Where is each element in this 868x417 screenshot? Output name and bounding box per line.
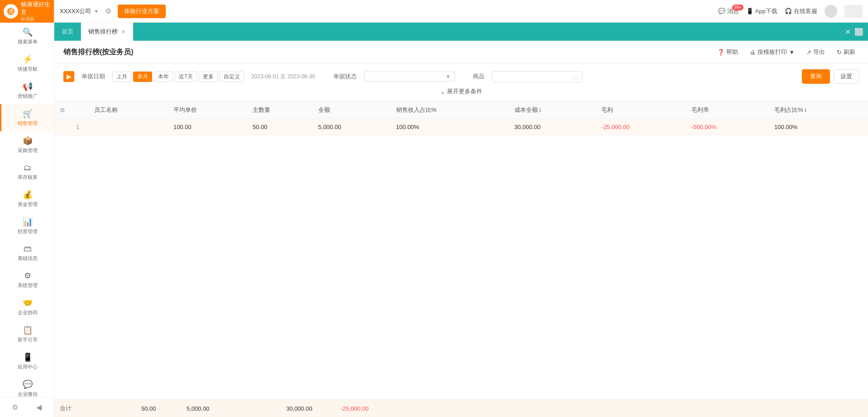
th-sales-pct: 销售收入占比% xyxy=(391,101,509,119)
sidebar-collapse-btn[interactable]: ◀ xyxy=(28,401,51,413)
date-btn-this-month[interactable]: 本月 xyxy=(133,72,152,82)
query-button[interactable]: 查询 xyxy=(802,69,830,84)
footer-gross-profit: -25,000.00 xyxy=(340,405,386,412)
filter-toggle-btn[interactable]: ▶ xyxy=(63,71,74,82)
td-quantity: 50.00 xyxy=(247,119,313,135)
print-button[interactable]: 🖨 按模板打印 ▼ xyxy=(746,46,798,58)
sidebar-item-marketing[interactable]: 📢 营销推广 xyxy=(0,77,54,104)
date-btn-custom[interactable]: 自定义 xyxy=(220,72,244,82)
td-employee xyxy=(89,119,168,135)
info-icon[interactable]: ℹ xyxy=(539,107,541,113)
date-range: 2023-06-01 至 2023-06-30 xyxy=(251,73,315,81)
guide-icon: 📋 xyxy=(23,325,33,335)
service-button[interactable]: 🎧 在线客服 xyxy=(785,7,817,15)
message-button[interactable]: 💬 消息 99+ xyxy=(718,7,739,15)
td-rank: 1 xyxy=(71,119,89,135)
th-cost: 成本全额 ℹ xyxy=(509,101,596,119)
date-btn-7days[interactable]: 近7天 xyxy=(175,72,197,82)
table-footer: 合计 50.00 5,000.00 30,000.00 -25,000.00 xyxy=(54,399,868,417)
system-icon: ⚙ xyxy=(24,271,31,281)
settings-button[interactable]: 设置 xyxy=(834,69,859,84)
td-total: 5,000.00 xyxy=(313,119,391,135)
footer-quantity: 50.00 xyxy=(141,405,177,412)
th-gross-rate: 毛利率 xyxy=(686,101,769,119)
collab-icon: 🤝 xyxy=(23,298,33,308)
expand-conditions-btn[interactable]: ⌄ 展开更多条件 xyxy=(440,87,482,96)
td-cost: 30,000.00 xyxy=(509,119,596,135)
td-gross-pct: 100.00% xyxy=(769,119,868,135)
content-area: 销售排行榜(按业务员) ❓ 帮助 🖨 按模板打印 ▼ ↗ 导出 xyxy=(54,41,868,417)
print-icon: 🖨 xyxy=(750,49,756,56)
th-settings[interactable]: ⚙ xyxy=(54,101,71,119)
export-button[interactable]: ↗ 导出 xyxy=(803,46,829,58)
sidebar-item-appstore[interactable]: 📱 应用中心 xyxy=(0,348,54,375)
tab-sales-rank[interactable]: 销售排行榜 ✕ xyxy=(81,23,133,41)
refresh-icon: ↻ xyxy=(837,49,842,56)
tabbar-maximize-button[interactable]: ⬜ xyxy=(854,28,863,36)
topbar: XXXXX公司 ▼ ⚙ 体验行业方案 💬 消息 99+ 📱 App下载 🎧 在线… xyxy=(54,0,868,23)
goods-label: 商品 xyxy=(473,72,484,81)
expand-row: ⌄ 展开更多条件 xyxy=(63,87,859,96)
tab-home[interactable]: 首页 xyxy=(54,23,81,41)
date-btn-this-year[interactable]: 本年 xyxy=(154,72,173,82)
sidebar-item-wechat[interactable]: 💬 企业微信 xyxy=(0,375,54,397)
status-label: 单据状态 xyxy=(333,72,357,81)
company-name: XXXXX公司 xyxy=(60,7,91,15)
th-total: 全额 xyxy=(313,101,391,119)
topbar-gear-button[interactable]: ⚙ xyxy=(103,5,113,17)
goods-select[interactable]: ... xyxy=(492,71,582,82)
th-quantity: 主数量 xyxy=(247,101,313,119)
download-icon: 📱 xyxy=(746,8,753,14)
sidebar-item-purchase[interactable]: 📦 采购管理 xyxy=(0,131,54,158)
user-name[interactable] xyxy=(844,5,863,18)
help-button[interactable]: ❓ 帮助 xyxy=(714,46,742,58)
svg-text:通: 通 xyxy=(8,8,14,14)
sidebar: 通 畅康通好生意 标准版 🔍 搜索菜单 ⚡ 快捷导航 📢 营销推广 🛒 销售管理… xyxy=(0,0,54,417)
sidebar-item-system[interactable]: ⚙ 系统管理 xyxy=(0,266,54,293)
status-select[interactable]: ▼ xyxy=(364,72,455,81)
sidebar-item-inventory[interactable]: 🗂 库存核算 xyxy=(0,158,54,185)
sidebar-item-shortcut[interactable]: ⚡ 快捷导航 xyxy=(0,50,54,77)
date-btn-last-month[interactable]: 上月 xyxy=(112,72,131,82)
sidebar-item-operations[interactable]: 📊 经营管理 xyxy=(0,212,54,240)
sidebar-item-basicinfo[interactable]: 🗃 基础信息 xyxy=(0,240,54,266)
chevron-down-icon: ▼ xyxy=(789,49,795,56)
app-name: 畅康通好生意 标准版 xyxy=(21,1,50,22)
sidebar-item-guide[interactable]: 📋 新手引导 xyxy=(0,321,54,348)
purchase-icon: 📦 xyxy=(23,136,33,146)
page-header: 销售排行榜(按业务员) ❓ 帮助 🖨 按模板打印 ▼ ↗ 导出 xyxy=(54,41,868,64)
date-buttons: 上月 本月 本年 近7天 更多 自定义 xyxy=(112,72,244,82)
marketing-icon: 📢 xyxy=(23,81,33,91)
th-gross-pct: 毛利占比% ℹ xyxy=(769,101,868,119)
headset-icon: 🎧 xyxy=(785,8,792,14)
sidebar-item-collab[interactable]: 🤝 企业协同 xyxy=(0,293,54,321)
th-rank xyxy=(71,101,89,119)
finance-icon: 💰 xyxy=(23,190,33,200)
sidebar-item-search[interactable]: 🔍 搜索菜单 xyxy=(0,23,54,50)
trial-button[interactable]: 体验行业方案 xyxy=(118,5,166,18)
message-icon: 💬 xyxy=(718,8,725,14)
sidebar-item-sales[interactable]: 🛒 销售管理 xyxy=(0,104,54,131)
sidebar-settings-btn[interactable]: ⚙ xyxy=(4,401,26,413)
chevron-down-icon: ⌄ xyxy=(440,88,445,95)
company-selector[interactable]: XXXXX公司 ▼ xyxy=(60,7,99,15)
td-gross-rate: -500.00% xyxy=(686,119,769,135)
sidebar-item-finance[interactable]: 💰 资金管理 xyxy=(0,185,54,212)
footer-label: 合计 xyxy=(60,404,87,412)
user-avatar[interactable] xyxy=(825,5,837,18)
page: 销售排行榜(按业务员) ❓ 帮助 🖨 按模板打印 ▼ ↗ 导出 xyxy=(54,41,868,417)
date-btn-more[interactable]: 更多 xyxy=(199,72,218,82)
operations-icon: 📊 xyxy=(23,217,33,227)
close-icon[interactable]: ✕ xyxy=(121,29,125,35)
app-logo: 通 畅康通好生意 标准版 xyxy=(0,0,54,23)
info-icon-2[interactable]: ℹ xyxy=(805,107,806,113)
app-download-button[interactable]: 📱 App下载 xyxy=(746,7,777,15)
tabbar-close-button[interactable]: ✕ xyxy=(845,28,851,36)
th-employee: 员工名称 xyxy=(89,101,168,119)
filter-row-1: ▶ 单据日期 上月 本月 本年 近7天 更多 自定义 2023-06-01 至 … xyxy=(63,69,859,84)
refresh-button[interactable]: ↻ 刷新 xyxy=(833,46,859,58)
sidebar-nav: 🔍 搜索菜单 ⚡ 快捷导航 📢 营销推广 🛒 销售管理 📦 采购管理 🗂 库存核… xyxy=(0,23,54,397)
table-row: 1 100.00 50.00 5,000.00 100.00% 30,000.0… xyxy=(54,119,868,135)
td-settings xyxy=(54,119,71,135)
action-buttons: 查询 设置 xyxy=(802,69,859,84)
